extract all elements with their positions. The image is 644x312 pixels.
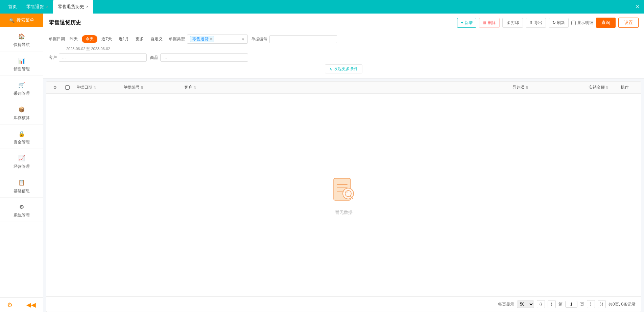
collapse-btn[interactable]: ∧ 收起更多条件 — [325, 64, 362, 73]
th-action: 操作 — [611, 85, 638, 90]
number-input[interactable] — [269, 35, 337, 43]
type-select[interactable]: 零售退货 × ▼ — [187, 35, 248, 44]
first-page-btn[interactable]: ⟨⟨ — [537, 300, 545, 308]
th-customer[interactable]: 客户 ⇅ — [182, 85, 510, 90]
collapse-label: 收起更多条件 — [334, 66, 358, 72]
sidebar-icon-operations: 📈 — [17, 154, 26, 162]
settings-gear-icon[interactable]: ⚙ — [7, 301, 13, 309]
th-customer-label: 客户 — [184, 85, 192, 90]
next-page-btn[interactable]: ⟩ — [587, 300, 595, 308]
sidebar-icon-system: ⚙ — [17, 202, 26, 211]
customer-filter: 客户 ... — [49, 53, 147, 62]
date-label: 单据日期 — [49, 36, 65, 42]
page-number-input[interactable] — [565, 301, 577, 308]
setting-button[interactable]: 设置 — [618, 18, 639, 28]
sidebar-item-inventory[interactable]: 📦库存核算 — [0, 100, 43, 125]
th-amount-label: 实销金额 — [589, 85, 605, 90]
last-page-btn[interactable]: ⟩⟩ — [598, 300, 606, 308]
per-page-select[interactable]: 50 10 20 100 — [517, 300, 534, 308]
number-label: 单据编号 — [251, 36, 267, 42]
tab-close-retail-return-history[interactable]: × — [86, 4, 89, 9]
th-amount-sort-icon: ⇅ — [606, 86, 609, 89]
th-guide-sort-icon: ⇅ — [526, 86, 528, 89]
window-close-btn[interactable]: × — [631, 3, 644, 10]
date-month-btn[interactable]: 近1月 — [116, 35, 132, 43]
sidebar-item-purchase-mgmt[interactable]: 🛒采购管理 — [0, 76, 43, 100]
toolbar: + 新增 🗑 删除 🖨 打印 ⬆ 导出 ↻ 刷新 显示明细 查询 设置 — [457, 18, 639, 28]
sidebar-bottom: ⚙ ◀◀ — [0, 297, 43, 312]
type-filter: 单据类型 零售退货 × ▼ — [169, 35, 248, 44]
tab-retail-return[interactable]: 零售退货× — [22, 0, 53, 14]
sidebar-item-finance[interactable]: 🔒资金管理 — [0, 125, 43, 149]
number-filter: 单据编号 — [251, 35, 337, 43]
type-tag-remove[interactable]: × — [210, 37, 212, 42]
sidebar-icon-purchase-mgmt: 🛒 — [17, 81, 26, 89]
tab-close-retail-return[interactable]: × — [46, 4, 48, 9]
top-bar: 首页零售退货×零售退货历史× × — [0, 0, 644, 14]
sidebar-icon-sales-mgmt: 📊 — [17, 56, 26, 65]
page-title-row: 零售退货历史 + 新增 🗑 删除 🖨 打印 ⬆ 导出 ↻ 刷新 显示明细 查询 … — [49, 18, 639, 28]
sidebar-search-btn[interactable]: 🔍 搜索菜单 — [0, 14, 43, 27]
type-label: 单据类型 — [169, 36, 185, 42]
type-tag-value: 零售退货 — [192, 36, 209, 42]
export-button[interactable]: ⬆ 导出 — [526, 18, 546, 28]
sidebar-item-sales-mgmt[interactable]: 📊销售管理 — [0, 51, 43, 76]
sidebar-item-quick-nav[interactable]: 🏠快捷导航 — [0, 27, 43, 51]
table-wrapper: ⚙ 单据日期 ⇅ 单据编号 ⇅ 客户 ⇅ 导购员 ⇅ — [46, 81, 641, 312]
th-date-sort-icon: ⇅ — [93, 86, 96, 89]
page-header: 零售退货历史 + 新增 🗑 删除 🖨 打印 ⬆ 导出 ↻ 刷新 显示明细 查询 … — [43, 14, 644, 79]
date-today-btn[interactable]: 今天 — [82, 35, 97, 43]
empty-text: 暂无数据 — [335, 209, 353, 216]
select-all-checkbox[interactable] — [65, 85, 70, 90]
sidebar-label-finance: 资金管理 — [14, 139, 30, 145]
th-checkbox[interactable] — [61, 85, 73, 90]
tab-home[interactable]: 首页 — [3, 0, 22, 14]
filter-row-1: 单据日期 昨天 今天 近7天 近1月 更多 自定义 单据类型 — [49, 35, 639, 44]
date-yesterday-btn[interactable]: 昨天 — [67, 35, 80, 43]
customer-label: 客户 — [49, 55, 57, 61]
date-more-btn[interactable]: 更多 — [133, 35, 146, 43]
goods-select[interactable]: ... — [160, 53, 248, 62]
sidebar: 🔍 搜索菜单 🏠快捷导航📊销售管理🛒采购管理📦库存核算🔒资金管理📈经营管理📋基础… — [0, 14, 43, 312]
date-range-display: 2023-06-02 至 2023-06-02 — [49, 46, 639, 51]
customer-placeholder: ... — [62, 55, 66, 60]
sidebar-icon-inventory: 📦 — [17, 105, 26, 114]
date-custom-btn[interactable]: 自定义 — [148, 35, 165, 43]
sidebar-label-operations: 经营管理 — [14, 164, 30, 170]
sidebar-search-label: 搜索菜单 — [17, 17, 34, 23]
display-toggle-label[interactable]: 显示明细 — [571, 20, 593, 26]
content-area: 零售退货历史 + 新增 🗑 删除 🖨 打印 ⬆ 导出 ↻ 刷新 显示明细 查询 … — [43, 14, 644, 312]
th-date[interactable]: 单据日期 ⇅ — [73, 85, 121, 90]
page-title: 零售退货历史 — [49, 19, 81, 26]
display-toggle-checkbox[interactable] — [571, 21, 576, 25]
query-button[interactable]: 查询 — [596, 18, 616, 28]
date-week-btn[interactable]: 近7天 — [99, 35, 115, 43]
page-suffix: 页 — [580, 302, 584, 307]
tab-retail-return-history[interactable]: 零售退货历史× — [53, 0, 93, 14]
delete-button[interactable]: 🗑 删除 — [479, 18, 500, 28]
customer-select[interactable]: ... — [59, 53, 147, 62]
filter-area: 单据日期 昨天 今天 近7天 近1月 更多 自定义 单据类型 — [49, 31, 639, 78]
new-button[interactable]: + 新增 — [457, 18, 476, 28]
print-button[interactable]: 🖨 打印 — [502, 18, 523, 28]
sidebar-label-basic-info: 基础信息 — [14, 188, 30, 194]
th-date-label: 单据日期 — [76, 85, 92, 90]
prev-page-btn[interactable]: ⟨ — [548, 300, 556, 308]
audio-icon[interactable]: ◀◀ — [26, 301, 36, 309]
th-number[interactable]: 单据编号 ⇅ — [121, 85, 182, 90]
sidebar-label-sales-mgmt: 销售管理 — [14, 66, 30, 72]
goods-placeholder: ... — [163, 55, 167, 60]
sidebar-item-system[interactable]: ⚙系统管理 — [0, 198, 43, 222]
th-number-label: 单据编号 — [123, 85, 140, 90]
sidebar-label-quick-nav: 快捷导航 — [14, 42, 30, 48]
sidebar-item-basic-info[interactable]: 📋基础信息 — [0, 173, 43, 198]
th-number-sort-icon: ⇅ — [141, 86, 143, 89]
filter-row-2: 客户 ... 商品 ... — [49, 53, 639, 62]
th-settings-icon[interactable]: ⚙ — [49, 85, 61, 90]
sidebar-icon-basic-info: 📋 — [17, 178, 26, 187]
th-guide[interactable]: 导购员 ⇅ — [510, 85, 564, 90]
th-amount[interactable]: 实销金额 ⇅ — [564, 85, 611, 90]
pagination: 每页显示 50 10 20 100 ⟨⟨ ⟨ 第 页 ⟩ ⟩⟩ 共0页, 0条记… — [46, 296, 641, 312]
refresh-button[interactable]: ↻ 刷新 — [549, 18, 569, 28]
sidebar-item-operations[interactable]: 📈经营管理 — [0, 149, 43, 173]
